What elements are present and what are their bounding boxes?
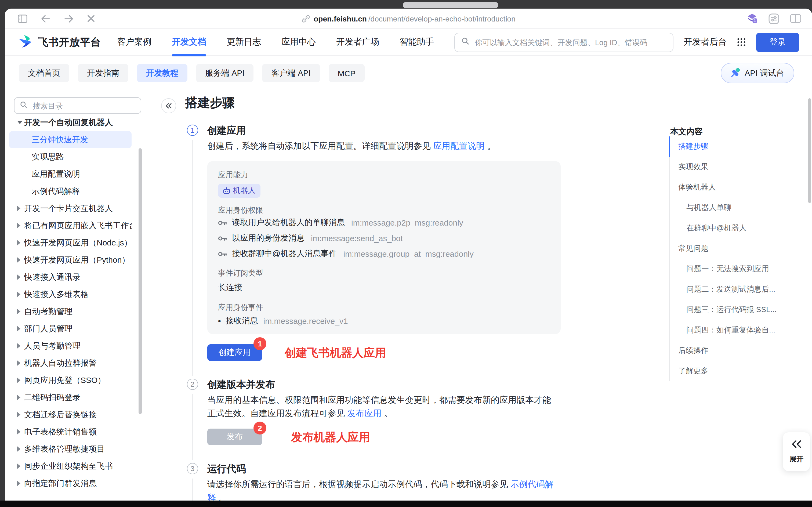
caret-down-icon	[17, 121, 24, 124]
toc-item[interactable]: 问题二：发送测试消息后...	[669, 279, 809, 300]
sidebar-tree-item[interactable]: 向指定部门群发消息	[9, 475, 131, 492]
sidebar-collapse-button[interactable]	[161, 98, 176, 113]
tree-item-label: 实现思路	[32, 152, 64, 162]
step-2-action-row: 发布 2 发布机器人应用	[207, 429, 568, 445]
sidebar-tree-item[interactable]: 同步企业组织架构至飞书	[9, 458, 131, 475]
tree-item-label: 多维表格管理敏捷项目	[24, 444, 105, 454]
permissions-list: 读取用户发给机器人的单聊消息im:message.p2p_msg:readonl…	[218, 215, 550, 262]
step-1: 1 创建应用 创建后，系统将自动添加以下应用配置。详细配置说明参见 应用配置说明…	[185, 124, 568, 378]
api-debug-button[interactable]: API 调试台	[720, 63, 794, 83]
toc-item[interactable]: 问题四：如何重复体验自...	[669, 320, 809, 340]
login-button[interactable]: 登录	[756, 33, 799, 52]
content-area: 开发一个自动回复机器人三分钟快速开发实现思路应用配置说明示例代码解释开发一个卡片…	[5, 90, 812, 507]
sidebar-tree-item[interactable]: 应用配置说明	[9, 165, 131, 183]
sidebar-tree-item[interactable]: 网页应用免登（SSO）	[9, 372, 131, 389]
sidebar-tree-item[interactable]: 快速接入多维表格	[9, 286, 131, 303]
nav-item[interactable]: 更新日志	[227, 37, 261, 48]
annotation-text-2: 发布机器人应用	[291, 430, 370, 444]
sidebar-tree-item[interactable]: 快速接入通讯录	[9, 269, 131, 286]
caret-right-icon	[17, 309, 24, 314]
toc-item[interactable]: 实现效果	[669, 157, 809, 177]
search-icon	[461, 37, 469, 47]
subnav-tab[interactable]: 开发教程	[137, 64, 187, 82]
nav-item[interactable]: 开发文档	[172, 37, 206, 48]
sidebar-tree-item[interactable]: 三分钟快速开发	[9, 131, 131, 148]
sidebar-tree-item[interactable]: 机器人自动拉群报警	[9, 354, 131, 372]
inline-link[interactable]: 发布应用	[347, 409, 382, 418]
toc-item[interactable]: 问题一：无法搜索到应用	[669, 259, 809, 279]
toc-item[interactable]: 在群聊中@机器人	[669, 218, 809, 238]
tree-item-label: 电子表格统计销售额	[24, 427, 97, 437]
sidebar-tree-item[interactable]: 电子表格统计销售额	[9, 423, 131, 440]
back-icon[interactable]	[41, 14, 51, 23]
sidebar-tree-item[interactable]: 快速开发网页应用（Python）	[9, 251, 131, 269]
create-app-button[interactable]: 创建应用 1	[207, 344, 262, 361]
capability-label: 应用能力	[218, 170, 550, 179]
sidebar-tree-item[interactable]: 多维表格管理敏捷项目	[9, 440, 131, 458]
toc-item[interactable]: 了解更多	[669, 361, 809, 381]
sidebar-scrollbar[interactable]	[138, 148, 142, 414]
key-icon	[218, 219, 232, 226]
window-drag-pill[interactable]	[403, 2, 499, 8]
subnav-tab[interactable]: MCP	[329, 64, 365, 82]
toc-item[interactable]: 体验机器人	[669, 177, 809, 198]
nav-item[interactable]: 智能助手	[400, 37, 434, 48]
sidebar-search-box[interactable]	[14, 97, 141, 114]
subnav-tab[interactable]: 文档首页	[19, 64, 69, 82]
toc-item[interactable]: 后续操作	[669, 340, 809, 361]
sidebar-tree-item[interactable]: 快速开发网页应用（Node.js）	[9, 234, 131, 251]
sidebar-tree-item[interactable]: 部门人员管理	[9, 320, 131, 337]
permission-scope: im:message.group_at_msg:readonly	[343, 249, 473, 258]
sidebar: 开发一个自动回复机器人三分钟快速开发实现思路应用配置说明示例代码解释开发一个卡片…	[5, 90, 169, 507]
nav-item[interactable]: 开发者广场	[336, 37, 379, 48]
sidebar-tree-item[interactable]: 人员与考勤管理	[9, 337, 131, 354]
annotation-badge-2: 2	[253, 421, 267, 435]
toc-item[interactable]: 与机器人单聊	[669, 198, 809, 218]
url-host: open.feishu.cn	[313, 14, 367, 23]
publish-button[interactable]: 发布 2	[207, 429, 262, 445]
event-type-label: 事件订阅类型	[218, 268, 550, 278]
header-search-box[interactable]	[454, 33, 674, 52]
toc-item[interactable]: 搭建步骤	[669, 136, 809, 157]
header-search-input[interactable]	[474, 37, 666, 47]
subnav-tab[interactable]: 开发指南	[78, 64, 128, 82]
expand-panel-button[interactable]: 展开	[783, 432, 810, 471]
subnav-tab[interactable]: 服务端 API	[196, 64, 254, 82]
toc-item[interactable]: 问题三：运行代码报 SSL...	[669, 300, 809, 320]
sidebar-search-input[interactable]	[32, 101, 135, 110]
expand-chevrons-icon	[791, 440, 802, 450]
caret-right-icon	[17, 395, 24, 400]
sidebar-tree-item[interactable]: 开发一个卡片交互机器人	[9, 200, 131, 217]
close-icon[interactable]	[87, 14, 95, 22]
toc: 本文内容 搭建步骤实现效果体验机器人与机器人单聊在群聊中@机器人常见问题问题一：…	[669, 90, 809, 381]
nav-item[interactable]: 应用中心	[281, 37, 316, 48]
sidebar-toggle-icon[interactable]	[18, 14, 27, 23]
extension-icon[interactable]: 1	[747, 13, 758, 24]
brand[interactable]: 飞书开放平台	[18, 34, 101, 51]
sidebar-tree-item[interactable]: 自动考勤管理	[9, 303, 131, 320]
caret-right-icon	[17, 412, 24, 417]
sidebar-tree-item[interactable]: 二维码扫码登录	[9, 389, 131, 406]
sidebar-tree-item[interactable]: 将已有网页应用嵌入飞书工作台	[9, 217, 131, 234]
address-bar[interactable]: open.feishu.cn/document/develop-an-echo-…	[301, 9, 516, 29]
apps-grid-icon[interactable]	[737, 38, 746, 47]
split-view-icon[interactable]	[790, 14, 801, 23]
tree-item-label: 同步企业组织架构至飞书	[24, 461, 113, 471]
nav-item[interactable]: 客户案例	[117, 37, 152, 48]
inline-link[interactable]: 应用配置说明	[433, 141, 485, 150]
page-scrollbar[interactable]	[808, 98, 811, 203]
permission-name: 以应用的身份发消息	[232, 233, 304, 243]
subnav-tab[interactable]: 客户端 API	[263, 64, 320, 82]
forward-icon[interactable]	[64, 14, 73, 23]
robot-capability-tag: 机器人	[218, 184, 260, 198]
caret-right-icon	[17, 206, 24, 211]
toc-item[interactable]: 常见问题	[669, 238, 809, 259]
key-icon	[218, 250, 232, 257]
sidebar-tree-item[interactable]: 实现思路	[9, 148, 131, 165]
sidebar-tree-item[interactable]: 示例代码解释	[9, 183, 131, 200]
sidebar-tree-item[interactable]: 文档迁移后替换链接	[9, 406, 131, 423]
developer-console-link[interactable]: 开发者后台	[684, 37, 727, 48]
sidebar-tree-item[interactable]: 开发一个自动回复机器人	[9, 114, 131, 131]
annotation-badge-1: 1	[253, 337, 267, 350]
sliders-icon[interactable]	[768, 13, 779, 24]
